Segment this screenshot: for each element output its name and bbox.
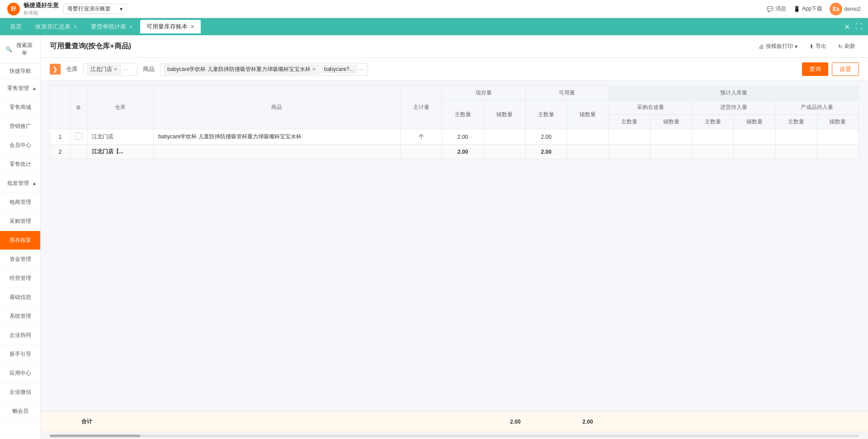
export-icon: ⬆ (809, 43, 814, 50)
product-tag-2: babycare?... (321, 65, 357, 73)
sidebar-item-retail-mgmt[interactable]: 零售管理 ▲ (0, 79, 40, 98)
tab-home[interactable]: 首页 (4, 20, 28, 33)
th-purchase-group: 采购在途量 (609, 100, 692, 115)
scrollbar-area (41, 432, 868, 439)
product-tag-2-text: babycare?... (324, 66, 354, 72)
message-button[interactable]: 💬 消息 (767, 5, 786, 13)
sidebar-item-purchase[interactable]: 采购管理 (0, 212, 40, 231)
th-purchase-aux: 辅数量 (651, 115, 692, 129)
sidebar-item-wechat[interactable]: 企业微信 (0, 383, 40, 402)
warehouse-filter-label: 仓库 (66, 65, 78, 73)
refresh-button[interactable]: ↻ 刷新 (835, 41, 859, 52)
tab-home-label: 首页 (10, 23, 22, 31)
sidebar-item-inventory[interactable]: 库存核算 (0, 231, 40, 250)
expand-tabs-button[interactable]: ⛶ (855, 23, 863, 31)
cell-stock-main-1: 2.00 (442, 129, 484, 145)
tab-available-stock-label: 可用量库存账本 (146, 23, 188, 31)
warehouse-tag: 江北门店 ✕ (87, 65, 121, 74)
product-filter-input[interactable]: babycare学饮杯 儿童防摔防撞吸管杯重力球吸嘴杯宝宝水杯 ✕ babyca… (160, 63, 368, 76)
sidebar-item-members[interactable]: 会员中心 (0, 136, 40, 155)
sidebar-item-retail-stats[interactable]: 零售统计 (0, 155, 40, 174)
tab-orders[interactable]: 要货单统计表 ✕ (85, 20, 139, 33)
setting-button[interactable]: 设置 (832, 62, 859, 76)
industry-select-label: 母婴行业演示账套 (67, 5, 111, 13)
chevron-right-icon: ❯ (52, 66, 58, 73)
data-table: ⚙ 仓库 商品 主计量 现存量 可用量 预计入库量 主数量 辅数量 主数量 辅数… (50, 85, 859, 159)
sidebar-item-vip[interactable]: 畅会员 (0, 402, 40, 421)
product-filter-more-icon[interactable]: ··· (359, 66, 364, 73)
filter-toggle-button[interactable]: ❯ (50, 64, 61, 75)
sidebar-item-marketing[interactable]: 营销推广 (0, 117, 40, 136)
th-settings[interactable]: ⚙ (70, 86, 87, 129)
main-layout: 🔍 搜索菜单 快捷导航 零售管理 ▲ 零售商城 营销推广 会员中心 零售统计 批… (0, 35, 868, 439)
cell-avail-main-1: 2.00 (525, 129, 567, 145)
sidebar-item-retail-stats-label: 零售统计 (4, 160, 37, 168)
tab-receipts[interactable]: 收发存汇总表 ✕ (29, 20, 84, 33)
user-initial: Ea (833, 6, 840, 12)
th-available-group: 可用量 (525, 86, 609, 100)
query-button[interactable]: 查询 (802, 62, 828, 76)
sidebar-item-app-center[interactable]: 应用中心 (0, 364, 40, 383)
table-footer: 合计 2.00 2.00 (41, 411, 868, 432)
close-all-tabs-button[interactable]: ✕ (844, 23, 850, 31)
sidebar-item-retail-mall[interactable]: 零售商城 (0, 98, 40, 117)
sidebar-item-operations-label: 经营管理 (4, 274, 37, 282)
scrollbar-thumb[interactable] (50, 434, 140, 437)
cell-inc-main-1 (692, 129, 734, 145)
footer-inc-main-empty (714, 415, 750, 428)
sidebar-item-ecommerce[interactable]: 电商管理 (0, 193, 40, 212)
export-label: 导出 (816, 42, 826, 50)
cell-inc-aux-2 (734, 145, 775, 159)
footer-row: 合计 2.00 2.00 (50, 415, 859, 428)
sidebar-item-system[interactable]: 系统管理 (0, 307, 40, 326)
tab-orders-label: 要货单统计表 (91, 23, 126, 31)
warehouse-filter-input[interactable]: 江北门店 ✕ ··· (83, 63, 137, 76)
sidebar-quick-nav[interactable]: 快捷导航 (0, 64, 40, 79)
sidebar-item-newbie[interactable]: 新手引导 (0, 345, 40, 364)
top-bar-right: 💬 消息 📱 App下载 Ea demo2 (767, 3, 861, 15)
row-checkbox-1[interactable] (75, 132, 82, 140)
logo-sub: 标准版 (24, 9, 59, 16)
table-row: 1 江北门店 babycare学饮杯 儿童防摔防撞吸管杯重力球吸嘴杯宝宝水杯 个… (50, 129, 859, 145)
table-header-row-1: ⚙ 仓库 商品 主计量 现存量 可用量 预计入库量 (50, 86, 859, 100)
tab-available-stock-close[interactable]: ✕ (190, 24, 194, 30)
tab-available-stock[interactable]: 可用量库存账本 ✕ (140, 20, 201, 33)
cell-inc-aux-1 (734, 129, 775, 145)
footer-table: 合计 2.00 2.00 (50, 415, 859, 428)
tab-receipts-close[interactable]: ✕ (73, 24, 77, 30)
sidebar-item-operations[interactable]: 经营管理 (0, 269, 40, 288)
cell-checkbox-1[interactable] (70, 129, 87, 145)
app-download-button[interactable]: 📱 App下载 (793, 5, 822, 13)
footer-empty-1 (50, 415, 63, 428)
print-icon: 🖨 (759, 43, 764, 50)
user-area[interactable]: Ea demo2 (830, 3, 861, 15)
sidebar-search-area: 🔍 搜索菜单 (0, 35, 40, 64)
th-stock-group: 现存量 (442, 86, 525, 100)
sidebar-item-finance[interactable]: 资金管理 (0, 250, 40, 269)
sidebar-item-basic-info[interactable]: 基础信息 (0, 288, 40, 307)
print-button[interactable]: 🖨 按模板打印 ▾ (755, 41, 801, 52)
th-incoming-main: 主数量 (692, 115, 734, 129)
th-stock-main: 主数量 (442, 100, 484, 129)
cell-checkbox-2[interactable] (70, 145, 87, 159)
sidebar-item-collaboration[interactable]: 企业协同 (0, 326, 40, 345)
industry-select[interactable]: 母婴行业演示账套 ▾ (63, 4, 127, 14)
sidebar-item-wholesale[interactable]: 批发管理 ▲ (0, 174, 40, 193)
search-menu-button[interactable]: 🔍 搜索菜单 (4, 40, 37, 59)
sidebar-item-members-label: 会员中心 (4, 142, 37, 149)
filter-buttons: 查询 设置 (802, 62, 859, 76)
export-button[interactable]: ⬆ 导出 (806, 41, 830, 52)
warehouse-tag-remove[interactable]: ✕ (113, 66, 118, 72)
scrollbar-track[interactable] (50, 434, 859, 437)
footer-product-empty (175, 415, 471, 428)
cell-product-2 (153, 145, 400, 159)
product-tag-1-remove[interactable]: ✕ (312, 66, 316, 72)
cell-prod-aux-2 (817, 145, 859, 159)
sidebar-item-ecommerce-label: 电商管理 (4, 198, 37, 206)
tab-orders-close[interactable]: ✕ (129, 24, 133, 30)
th-rownum (50, 86, 71, 129)
cell-avail-aux-1 (567, 129, 609, 145)
th-available-main: 主数量 (525, 100, 567, 129)
filter-more-icon[interactable]: ··· (123, 66, 128, 73)
cell-stock-aux-1 (484, 129, 525, 145)
